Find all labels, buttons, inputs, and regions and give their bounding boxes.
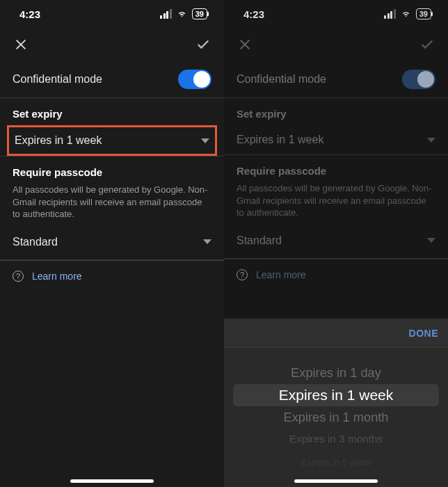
require-passcode-header: Require passcode — [0, 157, 224, 184]
learn-more-row: ? Learn more — [224, 259, 448, 290]
chevron-down-icon — [427, 138, 435, 143]
chevron-down-icon — [201, 138, 209, 143]
set-expiry-header: Set expiry — [0, 98, 224, 125]
battery-icon: 39 — [192, 8, 207, 19]
picker-option-selected[interactable]: Expires in 1 week — [233, 384, 439, 406]
expiry-picker[interactable]: Expires in 1 day Expires in 1 week Expir… — [224, 348, 448, 487]
expiry-value: Expires in 1 week — [15, 134, 102, 147]
help-icon: ? — [13, 271, 24, 282]
screenshot-left: 4:23 39 Confidential mode Set expiry Exp… — [0, 0, 224, 487]
passcode-dropdown[interactable]: Standard — [0, 227, 224, 257]
passcode-dropdown[interactable]: Standard — [224, 226, 448, 255]
home-indicator[interactable] — [294, 479, 378, 483]
status-time: 4:23 — [243, 8, 264, 20]
expiry-dropdown-highlighted[interactable]: Expires in 1 week — [7, 125, 217, 156]
confidential-mode-row: Confidential mode — [224, 61, 448, 98]
expiry-picker-sheet: DONE Expires in 1 day Expires in 1 week … — [224, 319, 448, 487]
wifi-icon — [176, 8, 188, 20]
nav-bar — [224, 28, 448, 61]
confirm-check-icon[interactable] — [419, 36, 435, 53]
require-passcode-section: Require passcode All passcodes will be g… — [224, 155, 448, 259]
done-button[interactable]: DONE — [409, 328, 438, 339]
expiry-dropdown[interactable]: Expires in 1 week — [224, 125, 448, 154]
set-expiry-section: Set expiry Expires in 1 week — [0, 98, 224, 157]
passcode-description: All passcodes will be generated by Googl… — [0, 184, 224, 227]
picker-toolbar: DONE — [224, 319, 448, 348]
close-icon[interactable] — [13, 36, 29, 53]
require-passcode-header: Require passcode — [224, 155, 448, 182]
passcode-value: Standard — [13, 236, 58, 248]
passcode-description: All passcodes will be generated by Googl… — [224, 182, 448, 226]
learn-more-row: ? Learn more — [0, 260, 224, 292]
picker-option[interactable]: Expires in 1 month — [228, 407, 443, 429]
set-expiry-section: Set expiry Expires in 1 week — [224, 98, 448, 155]
confidential-mode-label: Confidential mode — [237, 73, 326, 86]
confidential-mode-toggle[interactable] — [402, 70, 435, 89]
confidential-mode-toggle[interactable] — [178, 70, 211, 89]
learn-more-link[interactable]: Learn more — [256, 269, 306, 280]
status-right: 39 — [384, 8, 431, 20]
learn-more-link[interactable]: Learn more — [32, 271, 82, 282]
nav-bar — [0, 28, 224, 61]
help-icon: ? — [237, 269, 248, 280]
expiry-value: Expires in 1 week — [237, 134, 323, 146]
confidential-mode-row: Confidential mode — [0, 61, 224, 98]
set-expiry-header: Set expiry — [224, 98, 448, 125]
passcode-value: Standard — [237, 234, 282, 247]
picker-option[interactable]: Expires in 3 months — [235, 430, 437, 450]
require-passcode-section: Require passcode All passcodes will be g… — [0, 157, 224, 260]
screenshot-right: 4:23 39 Confidential mode — [224, 0, 448, 487]
status-bar: 4:23 39 — [224, 0, 448, 28]
cellular-icon — [384, 9, 396, 19]
battery-icon: 39 — [416, 8, 431, 19]
picker-option[interactable]: Expires in 5 years — [242, 453, 430, 472]
wifi-icon — [400, 8, 412, 20]
close-icon[interactable] — [237, 36, 253, 53]
status-time: 4:23 — [19, 8, 40, 20]
cellular-icon — [160, 9, 172, 19]
chevron-down-icon — [203, 239, 211, 244]
home-indicator[interactable] — [70, 479, 154, 483]
confirm-check-icon[interactable] — [195, 36, 211, 53]
confidential-mode-label: Confidential mode — [13, 73, 102, 86]
status-right: 39 — [160, 8, 207, 20]
chevron-down-icon — [427, 238, 435, 243]
status-bar: 4:23 39 — [0, 0, 224, 28]
picker-option[interactable]: Expires in 1 day — [228, 362, 443, 384]
